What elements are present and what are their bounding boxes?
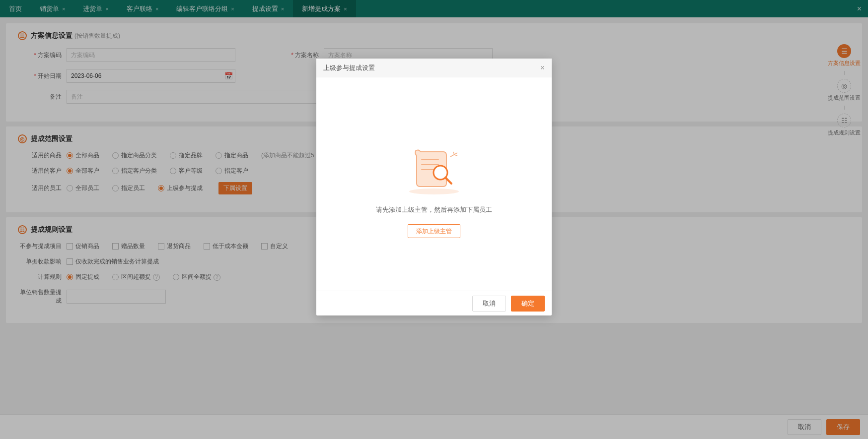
modal-footer: 取消 确定 xyxy=(316,291,552,315)
svg-point-0 xyxy=(409,188,459,194)
modal-title: 上级参与提成设置 xyxy=(323,63,375,72)
modal-close-icon[interactable]: × xyxy=(540,63,545,72)
empty-state-text: 请先添加上级主管，然后再添加下属员工 xyxy=(376,205,492,214)
modal-header: 上级参与提成设置 × xyxy=(316,59,552,77)
add-superior-button[interactable]: 添加上级主管 xyxy=(408,224,460,238)
modal-body: 请先添加上级主管，然后再添加下属员工 添加上级主管 xyxy=(316,77,552,291)
modal-ok-button[interactable]: 确定 xyxy=(511,296,545,312)
empty-state-icon xyxy=(402,142,466,196)
modal-cancel-button[interactable]: 取消 xyxy=(472,296,506,312)
modal-overlay: 上级参与提成设置 × 请先添加上级主管，然后再添加下属员工 添加上级主管 取消 … xyxy=(0,0,868,439)
superior-commission-modal: 上级参与提成设置 × 请先添加上级主管，然后再添加下属员工 添加上级主管 取消 … xyxy=(316,59,552,315)
